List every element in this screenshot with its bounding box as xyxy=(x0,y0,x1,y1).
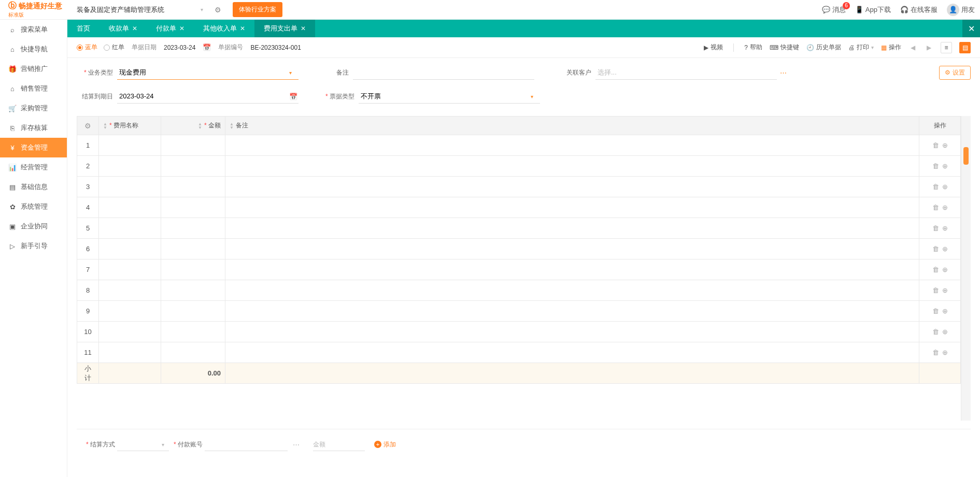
copy-icon[interactable]: ⊕ xyxy=(942,328,948,336)
message-link[interactable]: 💬 消息 6 xyxy=(822,5,846,15)
print-link[interactable]: 🖨打印▾ xyxy=(848,43,874,52)
shortcut-link[interactable]: ⌨快捷键 xyxy=(770,43,799,52)
grid-header-gear[interactable]: ⚙ xyxy=(77,117,99,135)
settings-button[interactable]: ⚙设置 xyxy=(939,66,971,80)
view-card-button[interactable]: ▤ xyxy=(959,42,971,53)
delete-icon[interactable]: 🗑 xyxy=(932,183,939,191)
system-selector[interactable]: 装备及固定资产辅助管理系统 xyxy=(77,5,164,15)
video-link[interactable]: ▶视频 xyxy=(704,43,723,52)
copy-icon[interactable]: ⊕ xyxy=(942,183,948,191)
more-icon[interactable]: ⋯ xyxy=(777,69,791,77)
try-plan-button[interactable]: 体验行业方案 xyxy=(233,2,282,17)
close-icon[interactable]: ✕ xyxy=(179,25,184,32)
table-row[interactable]: 11🗑⊕ xyxy=(77,342,961,363)
cell-amount[interactable] xyxy=(161,301,225,322)
delete-icon[interactable]: 🗑 xyxy=(932,286,939,294)
cell-note[interactable] xyxy=(225,259,919,280)
cell-note[interactable] xyxy=(225,342,919,363)
more-icon[interactable]: ⋯ xyxy=(290,441,304,449)
grid-header-name[interactable]: ▲▼* 费用名称 xyxy=(99,117,161,135)
cell-name[interactable] xyxy=(99,197,161,218)
cell-amount[interactable] xyxy=(161,156,225,177)
delete-icon[interactable]: 🗑 xyxy=(932,328,939,336)
calendar-icon[interactable]: 📅 xyxy=(289,93,297,100)
delete-icon[interactable]: 🗑 xyxy=(932,349,939,356)
copy-icon[interactable]: ⊕ xyxy=(942,307,948,315)
cell-note[interactable] xyxy=(225,197,919,218)
next-doc-button[interactable]: ▶ xyxy=(925,44,933,51)
sidebar-item-2[interactable]: 🎁营销推广 xyxy=(0,59,67,79)
cell-name[interactable] xyxy=(99,342,161,363)
settle-due-input[interactable] xyxy=(117,89,299,104)
sidebar-item-3[interactable]: ⌂销售管理 xyxy=(0,79,67,98)
copy-icon[interactable]: ⊕ xyxy=(942,349,948,356)
history-link[interactable]: 🕘历史单据 xyxy=(806,43,841,52)
help-link[interactable]: ?帮助 xyxy=(744,43,762,52)
table-row[interactable]: 7🗑⊕ xyxy=(77,259,961,280)
sidebar-item-6[interactable]: ¥资金管理 xyxy=(0,138,67,157)
delete-icon[interactable]: 🗑 xyxy=(932,245,939,253)
sidebar-item-0[interactable]: ⌕搜索菜单 xyxy=(0,20,67,39)
cell-name[interactable] xyxy=(99,259,161,280)
close-icon[interactable]: ✕ xyxy=(240,25,245,32)
app-download-link[interactable]: 📱 App下载 xyxy=(855,5,891,15)
tab-0[interactable]: 首页 xyxy=(67,20,100,37)
sidebar-item-7[interactable]: 📊经营管理 xyxy=(0,157,67,177)
table-row[interactable]: 2🗑⊕ xyxy=(77,156,961,177)
sidebar-item-1[interactable]: ⌂快捷导航 xyxy=(0,39,67,59)
copy-icon[interactable]: ⊕ xyxy=(942,224,948,232)
delete-icon[interactable]: 🗑 xyxy=(932,307,939,315)
copy-icon[interactable]: ⊕ xyxy=(942,141,948,149)
tab-4[interactable]: 费用支出单✕ xyxy=(254,20,315,37)
sidebar-item-10[interactable]: ▣企业协同 xyxy=(0,216,67,236)
sidebar-item-8[interactable]: ▤基础信息 xyxy=(0,177,67,197)
grid-header-amount[interactable]: ▲▼* 金额 xyxy=(161,117,225,135)
close-all-tabs-button[interactable]: ✕ xyxy=(962,20,980,37)
cell-note[interactable] xyxy=(225,239,919,259)
table-row[interactable]: 3🗑⊕ xyxy=(77,177,961,197)
prev-doc-button[interactable]: ◀ xyxy=(908,44,917,51)
radio-blue-doc[interactable]: 蓝单 xyxy=(77,43,97,52)
cell-amount[interactable] xyxy=(161,218,225,239)
invoice-type-input[interactable] xyxy=(359,89,540,104)
scrollbar[interactable] xyxy=(961,116,971,421)
copy-icon[interactable]: ⊕ xyxy=(942,204,948,211)
sidebar-item-11[interactable]: ▷新手引导 xyxy=(0,236,67,256)
cell-note[interactable] xyxy=(225,301,919,322)
copy-icon[interactable]: ⊕ xyxy=(942,286,948,294)
rel-cust-input[interactable] xyxy=(595,65,777,80)
close-icon[interactable]: ✕ xyxy=(132,25,137,32)
user-menu[interactable]: 👤 用友 xyxy=(947,4,975,16)
sidebar-item-5[interactable]: ⎘库存核算 xyxy=(0,118,67,138)
pay-account-input[interactable] xyxy=(205,438,288,451)
table-row[interactable]: 6🗑⊕ xyxy=(77,239,961,259)
cell-name[interactable] xyxy=(99,280,161,301)
table-row[interactable]: 4🗑⊕ xyxy=(77,197,961,218)
cell-note[interactable] xyxy=(225,156,919,177)
cell-amount[interactable] xyxy=(161,342,225,363)
tab-2[interactable]: 付款单✕ xyxy=(147,20,194,37)
close-icon[interactable]: ✕ xyxy=(301,25,306,32)
cell-name[interactable] xyxy=(99,301,161,322)
view-list-button[interactable]: ≡ xyxy=(941,42,952,53)
cell-name[interactable] xyxy=(99,239,161,259)
amount-input[interactable] xyxy=(313,438,365,451)
cell-name[interactable] xyxy=(99,218,161,239)
cell-amount[interactable] xyxy=(161,322,225,342)
cell-name[interactable] xyxy=(99,156,161,177)
cell-note[interactable] xyxy=(225,218,919,239)
remark-input[interactable] xyxy=(353,65,534,80)
cell-name[interactable] xyxy=(99,135,161,156)
online-service-link[interactable]: 🎧 在线客服 xyxy=(900,5,938,15)
sidebar-item-4[interactable]: 🛒采购管理 xyxy=(0,98,67,118)
table-row[interactable]: 5🗑⊕ xyxy=(77,218,961,239)
table-row[interactable]: 1🗑⊕ xyxy=(77,135,961,156)
radio-red-doc[interactable]: 红单 xyxy=(104,43,124,52)
operate-link[interactable]: ▦操作 xyxy=(881,43,901,52)
sidebar-item-9[interactable]: ✿系统管理 xyxy=(0,197,67,216)
table-row[interactable]: 10🗑⊕ xyxy=(77,322,961,342)
delete-icon[interactable]: 🗑 xyxy=(932,162,939,170)
table-row[interactable]: 9🗑⊕ xyxy=(77,301,961,322)
grid-header-note[interactable]: ▲▼备注 xyxy=(225,117,919,135)
gear-icon[interactable]: ⚙ xyxy=(215,6,221,14)
